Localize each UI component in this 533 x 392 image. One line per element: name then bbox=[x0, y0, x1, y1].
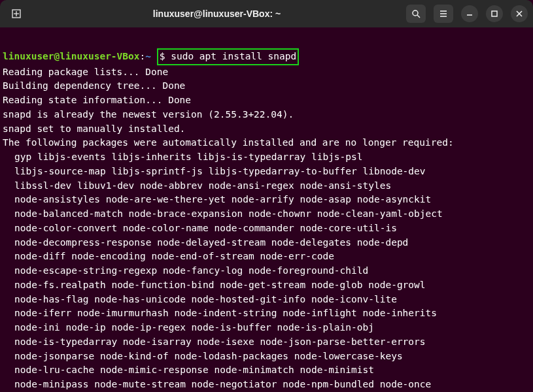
command-highlight: $ sudo apt install snapd bbox=[157, 48, 300, 65]
menu-button[interactable] bbox=[434, 5, 453, 23]
close-button[interactable] bbox=[511, 5, 528, 22]
new-tab-button[interactable] bbox=[5, 4, 27, 24]
maximize-button[interactable] bbox=[486, 5, 503, 22]
svg-rect-9 bbox=[492, 11, 497, 16]
prompt-userhost: linuxuser@linuxuser-VBox bbox=[3, 51, 140, 61]
output-line: node-ini node-ip node-ip-regex node-is-b… bbox=[3, 321, 530, 335]
output-line: node-ansistyles node-are-we-there-yet no… bbox=[3, 193, 530, 207]
titlebar-left-controls bbox=[5, 4, 27, 24]
output-line: snapd is already the newest version (2.5… bbox=[3, 109, 294, 120]
output-line: node-lru-cache node-mimic-response node-… bbox=[3, 363, 530, 378]
output-line: libssl-dev libuv1-dev node-abbrev node-a… bbox=[3, 179, 530, 193]
output-line: libjs-source-map libjs-sprintf-js libjs-… bbox=[3, 165, 530, 179]
output-line: snapd set to manually installed. bbox=[3, 123, 185, 134]
svg-line-4 bbox=[417, 15, 420, 18]
output-line: node-diff node-encoding node-end-of-stre… bbox=[3, 250, 530, 264]
output-line: node-has-flag node-has-unicode node-host… bbox=[3, 293, 530, 307]
output-line: node-minipass node-mute-stream node-nego… bbox=[3, 378, 530, 392]
prompt-cwd: ~ bbox=[145, 51, 151, 61]
command-text: sudo apt install snapd bbox=[171, 51, 296, 61]
output-line: node-fs.realpath node-function-bind node… bbox=[3, 278, 530, 293]
titlebar-right-controls bbox=[406, 5, 528, 23]
terminal-body[interactable]: linuxuser@linuxuser-VBox:~ $ sudo apt in… bbox=[0, 27, 533, 392]
output-line: Building dependency tree... Done bbox=[3, 80, 185, 91]
output-line: node-is-typedarray node-isarray node-ise… bbox=[3, 335, 530, 350]
prompt-dollar: $ bbox=[160, 51, 171, 61]
svg-point-3 bbox=[413, 10, 418, 16]
output-line: Reading state information... Done bbox=[3, 95, 191, 105]
window-title: linuxuser@linuxuser-VBox: ~ bbox=[31, 8, 402, 19]
titlebar: linuxuser@linuxuser-VBox: ~ bbox=[0, 0, 533, 27]
output-line: node-jsonparse node-kind-of node-lodash-… bbox=[3, 350, 530, 364]
minimize-button[interactable] bbox=[461, 5, 478, 22]
prompt-sep: : bbox=[140, 51, 146, 61]
search-button[interactable] bbox=[406, 5, 426, 23]
output-line: node-color-convert node-color-name node-… bbox=[3, 221, 530, 236]
output-line: gyp libjs-events libjs-inherits libjs-is… bbox=[3, 150, 530, 165]
output-line: node-balanced-match node-brace-expansion… bbox=[3, 207, 530, 221]
output-line: node-decompress-response node-delayed-st… bbox=[3, 236, 530, 250]
output-line: node-iferr node-imurmurhash node-indent-… bbox=[3, 306, 530, 321]
output-line: node-escape-string-regexp node-fancy-log… bbox=[3, 264, 530, 278]
output-line: Reading package lists... Done bbox=[3, 67, 168, 77]
output-line: The following packages were automaticall… bbox=[3, 137, 454, 148]
